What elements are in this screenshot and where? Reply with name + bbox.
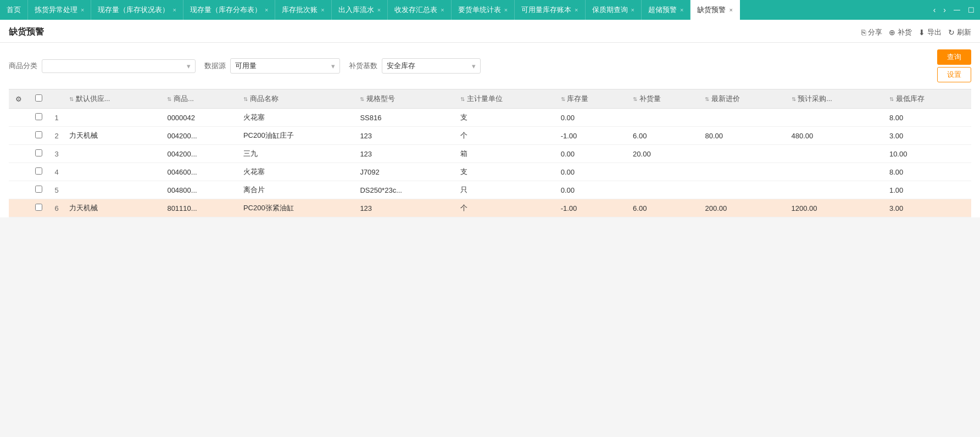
row-checkbox-cell[interactable]	[29, 163, 48, 181]
tab-close-inventory-status[interactable]: ×	[172, 7, 176, 13]
refresh-button[interactable]: ↻ 刷新	[948, 27, 971, 37]
row-checkbox-cell[interactable]	[29, 145, 48, 163]
tab-next-button[interactable]: ›	[940, 3, 949, 16]
row-latest-price-cell: 80.00	[700, 127, 787, 145]
table-header: ⚙ ⇅ 默认供应... ⇅ 商品... ⇅	[9, 89, 971, 109]
col-checkbox[interactable]	[29, 89, 48, 109]
row-checkbox-cell[interactable]	[29, 127, 48, 145]
datasource-select[interactable]: 可用量 ▾	[230, 58, 340, 74]
minimize-button[interactable]: —	[950, 4, 964, 16]
row-goods-code-cell: 0000042	[163, 109, 238, 127]
tab-close-batch-account[interactable]: ×	[321, 7, 324, 13]
maximize-button[interactable]: ☐	[965, 4, 978, 16]
row-stock-qty-cell: -1.00	[556, 127, 628, 145]
tab-close-inout-flow[interactable]: ×	[377, 7, 381, 13]
col-default-supplier-label: 默认供应...	[76, 94, 110, 103]
row-checkbox-cell[interactable]	[29, 109, 48, 127]
tab-close-shortage[interactable]: ×	[729, 7, 732, 13]
replenish-icon: ⊕	[889, 28, 895, 37]
col-spec-label: 规格型号	[366, 94, 395, 103]
tab-item-available-ledger[interactable]: 可用量库存账本×	[515, 0, 585, 20]
row-checkbox-4[interactable]	[35, 186, 42, 193]
col-latest-price[interactable]: ⇅ 最新进价	[700, 89, 787, 109]
est-purchase-sort-icon: ⇅	[792, 96, 796, 102]
col-estimated-purchase[interactable]: ⇅ 预计采购...	[787, 89, 885, 109]
col-gear[interactable]: ⚙	[9, 89, 29, 109]
tab-close-order-stats[interactable]: ×	[504, 7, 508, 13]
row-checkbox-cell[interactable]	[29, 181, 48, 199]
tab-item-overstock[interactable]: 超储预警×	[642, 0, 691, 20]
tab-close-defect-process[interactable]: ×	[81, 7, 84, 13]
tab-item-receipt-summary[interactable]: 收发存汇总表×	[388, 0, 451, 20]
row-checkbox-cell[interactable]	[29, 199, 48, 217]
replenish-base-label: 补货基数	[349, 61, 377, 71]
replenish-base-filter-group: 补货基数 安全库存 ▾	[349, 58, 481, 74]
stock-qty-sort-icon: ⇅	[561, 96, 565, 102]
col-stock-qty[interactable]: ⇅ 库存量	[556, 89, 628, 109]
row-stock-qty-cell: 0.00	[556, 181, 628, 199]
replenish-base-value: 安全库存	[387, 61, 415, 71]
query-button[interactable]: 查询	[937, 49, 971, 65]
row-estimated-purchase-cell: 480.00	[787, 127, 885, 145]
col-unit[interactable]: ⇅ 主计量单位	[456, 89, 556, 109]
export-button[interactable]: ⬇ 导出	[918, 27, 942, 37]
row-checkbox-1[interactable]	[35, 131, 42, 138]
tab-item-order-stats[interactable]: 要货单统计表×	[452, 0, 515, 20]
tab-item-inventory-status[interactable]: 现存量（库存状况表）×	[91, 0, 183, 20]
tab-close-receipt-summary[interactable]: ×	[441, 7, 444, 13]
datasource-label: 数据源	[204, 61, 226, 71]
table-row: 4 004600... 火花塞 J7092 支 0.00 8.00	[9, 163, 971, 181]
tab-item-inout-flow[interactable]: 出入库流水×	[332, 0, 388, 20]
row-num-cell: 2	[48, 127, 65, 145]
row-checkbox-2[interactable]	[35, 149, 42, 156]
gear-icon: ⚙	[15, 95, 22, 103]
table-body: 1 0000042 火花塞 SS816 支 0.00 8.00 2 力天机械 0…	[9, 109, 971, 217]
row-num-cell: 3	[48, 145, 65, 163]
tab-close-inventory-dist[interactable]: ×	[265, 7, 268, 13]
col-default-supplier[interactable]: ⇅ 默认供应...	[65, 89, 163, 109]
spec-sort-icon: ⇅	[360, 96, 364, 102]
refresh-label: 刷新	[957, 27, 971, 37]
tab-close-overstock[interactable]: ×	[680, 7, 683, 13]
replenish-base-chevron-icon: ▾	[472, 62, 476, 70]
col-min-stock[interactable]: ⇅ 最低库存	[885, 89, 971, 109]
category-select[interactable]: ▾	[42, 59, 196, 73]
row-goods-code-cell: 004200...	[163, 145, 238, 163]
row-supplier-cell	[65, 181, 163, 199]
col-goods-code[interactable]: ⇅ 商品...	[163, 89, 238, 109]
row-num-cell: 1	[48, 109, 65, 127]
row-checkbox-3[interactable]	[35, 167, 42, 175]
row-gear-cell	[9, 163, 29, 181]
replenish-button[interactable]: ⊕ 补货	[889, 27, 912, 37]
tab-item-batch-account[interactable]: 库存批次账×	[275, 0, 331, 20]
table-row: 3 004200... 三九 123 箱 0.00 20.00 10.00	[9, 145, 971, 163]
col-min-stock-label: 最低库存	[896, 94, 925, 103]
row-checkbox-0[interactable]	[35, 113, 42, 120]
row-unit-cell: 个	[456, 199, 556, 217]
row-latest-price-cell	[700, 109, 787, 127]
col-unit-label: 主计量单位	[467, 94, 503, 103]
tab-close-expiry-query[interactable]: ×	[631, 7, 634, 13]
tab-item-home[interactable]: 首页	[0, 0, 28, 20]
share-icon: ⎘	[861, 28, 866, 37]
datasource-chevron-icon: ▾	[331, 62, 335, 70]
row-goods-code-cell: 801110...	[163, 199, 238, 217]
col-goods-name-label: 商品名称	[250, 94, 279, 103]
col-goods-name[interactable]: ⇅ 商品名称	[239, 89, 356, 109]
row-checkbox-5[interactable]	[35, 204, 42, 211]
row-min-stock-cell: 3.00	[885, 199, 971, 217]
tab-close-available-ledger[interactable]: ×	[575, 7, 578, 13]
tab-item-inventory-dist[interactable]: 现存量（库存分布表）×	[183, 0, 275, 20]
col-spec[interactable]: ⇅ 规格型号	[355, 89, 456, 109]
tab-prev-button[interactable]: ‹	[930, 3, 939, 16]
select-all-checkbox[interactable]	[35, 94, 42, 102]
row-goods-name-cell: 离合片	[239, 181, 356, 199]
settings-button[interactable]: 设置	[937, 67, 971, 82]
share-button[interactable]: ⎘ 分享	[861, 27, 882, 37]
tab-item-expiry-query[interactable]: 保质期查询×	[586, 0, 642, 20]
replenish-base-select[interactable]: 安全库存 ▾	[382, 58, 481, 74]
col-replenish-qty[interactable]: ⇅ 补货量	[628, 89, 700, 109]
tab-item-shortage[interactable]: 缺货预警×	[691, 0, 739, 20]
latest-price-sort-icon: ⇅	[705, 96, 709, 102]
tab-item-defect-process[interactable]: 拣货异常处理×	[28, 0, 91, 20]
